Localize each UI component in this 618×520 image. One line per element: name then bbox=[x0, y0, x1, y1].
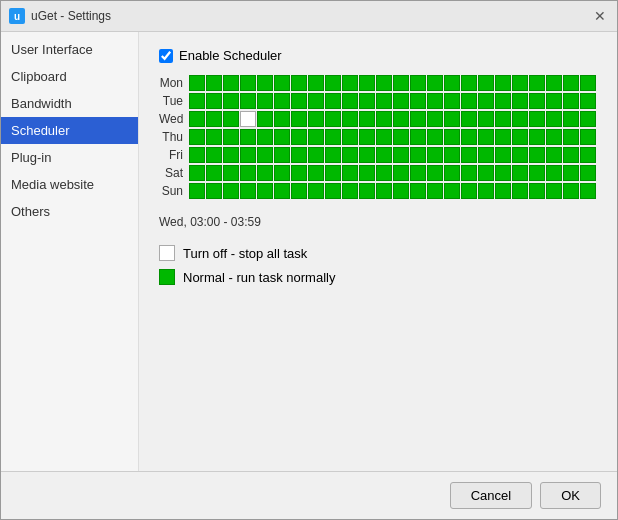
cell[interactable] bbox=[529, 111, 545, 127]
cell[interactable] bbox=[291, 111, 307, 127]
cell[interactable] bbox=[291, 93, 307, 109]
cell[interactable] bbox=[495, 93, 511, 109]
cell[interactable] bbox=[274, 147, 290, 163]
cell[interactable] bbox=[189, 129, 205, 145]
cell[interactable] bbox=[240, 165, 256, 181]
cell[interactable] bbox=[427, 111, 443, 127]
cell[interactable] bbox=[546, 183, 562, 199]
cell[interactable] bbox=[410, 183, 426, 199]
cell[interactable] bbox=[427, 93, 443, 109]
cell[interactable] bbox=[257, 129, 273, 145]
cell[interactable] bbox=[393, 147, 409, 163]
cell[interactable] bbox=[376, 75, 392, 91]
cell[interactable] bbox=[223, 93, 239, 109]
cell[interactable] bbox=[393, 75, 409, 91]
cell[interactable] bbox=[240, 183, 256, 199]
cell[interactable] bbox=[444, 93, 460, 109]
cell[interactable] bbox=[427, 129, 443, 145]
cell[interactable] bbox=[563, 75, 579, 91]
cell[interactable] bbox=[512, 129, 528, 145]
cell[interactable] bbox=[546, 75, 562, 91]
cell[interactable] bbox=[393, 111, 409, 127]
cell[interactable] bbox=[325, 93, 341, 109]
cell[interactable] bbox=[325, 165, 341, 181]
cell[interactable] bbox=[546, 129, 562, 145]
cell[interactable] bbox=[410, 147, 426, 163]
cell[interactable] bbox=[444, 165, 460, 181]
cell[interactable] bbox=[376, 111, 392, 127]
cell[interactable] bbox=[529, 93, 545, 109]
cell[interactable] bbox=[257, 147, 273, 163]
cell[interactable] bbox=[291, 165, 307, 181]
ok-button[interactable]: OK bbox=[540, 482, 601, 509]
cell[interactable] bbox=[359, 183, 375, 199]
cell[interactable] bbox=[546, 111, 562, 127]
sidebar-item-scheduler[interactable]: Scheduler bbox=[1, 117, 138, 144]
cell[interactable] bbox=[376, 183, 392, 199]
cell[interactable] bbox=[206, 147, 222, 163]
cell[interactable] bbox=[189, 183, 205, 199]
cell[interactable] bbox=[342, 165, 358, 181]
cell[interactable] bbox=[206, 165, 222, 181]
cell[interactable] bbox=[342, 75, 358, 91]
cell[interactable] bbox=[563, 183, 579, 199]
cell[interactable] bbox=[342, 129, 358, 145]
cell[interactable] bbox=[444, 75, 460, 91]
cell[interactable] bbox=[359, 75, 375, 91]
cell[interactable] bbox=[512, 183, 528, 199]
cell[interactable] bbox=[291, 129, 307, 145]
cell[interactable] bbox=[427, 165, 443, 181]
cell[interactable] bbox=[308, 183, 324, 199]
cell[interactable] bbox=[444, 147, 460, 163]
cell[interactable] bbox=[427, 183, 443, 199]
cell[interactable] bbox=[529, 183, 545, 199]
cell[interactable] bbox=[444, 129, 460, 145]
cell[interactable] bbox=[274, 183, 290, 199]
cell[interactable] bbox=[529, 165, 545, 181]
cell[interactable] bbox=[529, 129, 545, 145]
cell[interactable] bbox=[342, 111, 358, 127]
cell[interactable] bbox=[495, 147, 511, 163]
cell[interactable] bbox=[206, 183, 222, 199]
cell[interactable] bbox=[206, 75, 222, 91]
cell[interactable] bbox=[580, 165, 596, 181]
cell[interactable] bbox=[189, 165, 205, 181]
cell[interactable] bbox=[257, 183, 273, 199]
cell[interactable] bbox=[223, 111, 239, 127]
cell[interactable] bbox=[478, 165, 494, 181]
cell[interactable] bbox=[342, 183, 358, 199]
cell[interactable] bbox=[512, 75, 528, 91]
cell[interactable] bbox=[393, 165, 409, 181]
cell[interactable] bbox=[512, 147, 528, 163]
cell[interactable] bbox=[546, 147, 562, 163]
cell[interactable] bbox=[325, 147, 341, 163]
cell[interactable] bbox=[308, 75, 324, 91]
cell[interactable] bbox=[512, 165, 528, 181]
sidebar-item-plug-in[interactable]: Plug-in bbox=[1, 144, 138, 171]
cell[interactable] bbox=[393, 183, 409, 199]
cell[interactable] bbox=[274, 165, 290, 181]
cell[interactable] bbox=[342, 93, 358, 109]
cell[interactable] bbox=[291, 75, 307, 91]
cell[interactable] bbox=[529, 147, 545, 163]
cell[interactable] bbox=[580, 111, 596, 127]
cell[interactable] bbox=[308, 129, 324, 145]
cell[interactable] bbox=[257, 165, 273, 181]
sidebar-item-user-interface[interactable]: User Interface bbox=[1, 36, 138, 63]
cell[interactable] bbox=[410, 93, 426, 109]
cell[interactable] bbox=[240, 129, 256, 145]
cancel-button[interactable]: Cancel bbox=[450, 482, 532, 509]
cell[interactable] bbox=[563, 147, 579, 163]
cell[interactable] bbox=[563, 129, 579, 145]
cell[interactable] bbox=[359, 147, 375, 163]
cell[interactable] bbox=[410, 75, 426, 91]
cell[interactable] bbox=[427, 75, 443, 91]
cell[interactable] bbox=[206, 111, 222, 127]
cell[interactable] bbox=[393, 93, 409, 109]
sidebar-item-media-website[interactable]: Media website bbox=[1, 171, 138, 198]
cell[interactable] bbox=[308, 111, 324, 127]
cell[interactable] bbox=[308, 93, 324, 109]
cell[interactable] bbox=[291, 183, 307, 199]
cell[interactable] bbox=[461, 75, 477, 91]
cell[interactable] bbox=[410, 129, 426, 145]
